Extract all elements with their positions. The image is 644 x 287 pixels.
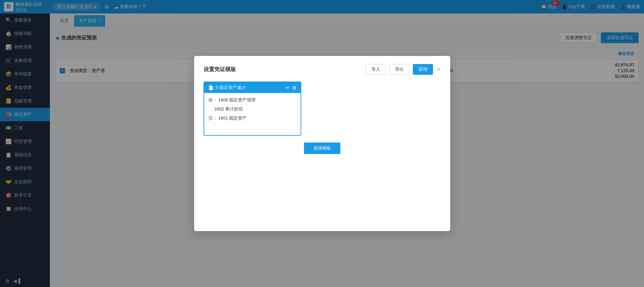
template-entry-1: 借： 1606 固定资产清理 bbox=[208, 96, 297, 105]
select-template-area: 选择模板 bbox=[204, 142, 441, 154]
entry-label-2 bbox=[208, 106, 213, 112]
entry-label-1: 借： bbox=[208, 97, 217, 103]
template-entry-3: 贷： 1601 固定资产 bbox=[208, 114, 297, 123]
modal-title: 设置凭证模板 bbox=[204, 66, 236, 73]
template-delete-icon[interactable]: 🗑 bbox=[292, 85, 297, 90]
template-card-header: 📄 5-固定资产减少 ✏ 🗑 bbox=[204, 82, 301, 93]
new-btn[interactable]: 新增 bbox=[413, 64, 433, 75]
import-btn[interactable]: 导入 bbox=[366, 64, 386, 75]
entry-text-2: 1602 累计折旧 bbox=[214, 106, 243, 112]
modal-close-btn[interactable]: × bbox=[437, 66, 441, 72]
modal-overlay[interactable]: 设置凭证模板 导入 导出 新增 × 📄 5-固定资产减少 ✏ 🗑 bbox=[0, 0, 644, 287]
select-template-btn[interactable]: 选择模板 bbox=[304, 142, 340, 154]
template-entry-2: 1602 累计折旧 bbox=[208, 105, 297, 114]
modal-header: 设置凭证模板 导入 导出 新增 × bbox=[204, 64, 441, 75]
modal-dialog: 设置凭证模板 导入 导出 新增 × 📄 5-固定资产减少 ✏ 🗑 bbox=[194, 56, 450, 231]
modal-actions: 导入 导出 新增 bbox=[366, 64, 433, 75]
template-edit-icon[interactable]: ✏ bbox=[286, 85, 289, 90]
export-btn[interactable]: 导出 bbox=[389, 64, 409, 75]
entry-label-3: 贷： bbox=[208, 115, 217, 121]
template-doc-icon: 📄 bbox=[208, 85, 214, 90]
template-card: 📄 5-固定资产减少 ✏ 🗑 借： 1606 固定资产清理 1602 累计折旧 bbox=[204, 82, 301, 136]
template-empty-row bbox=[208, 123, 297, 132]
template-header-icons: ✏ 🗑 bbox=[286, 85, 297, 90]
template-card-body: 借： 1606 固定资产清理 1602 累计折旧 贷： 1601 固定资产 bbox=[204, 93, 301, 135]
entry-text-3: 1601 固定资产 bbox=[218, 115, 247, 121]
template-header-label: 5-固定资产减少 bbox=[216, 85, 246, 91]
entry-text-1: 1606 固定资产清理 bbox=[218, 97, 256, 103]
